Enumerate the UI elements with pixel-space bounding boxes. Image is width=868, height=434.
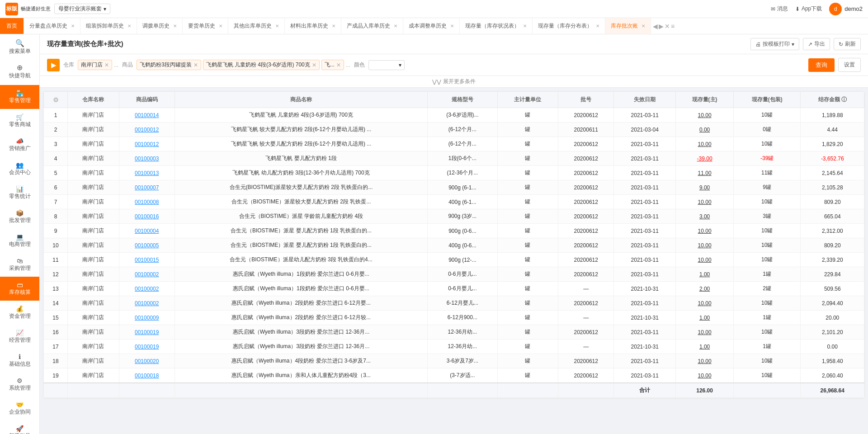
- tab-close-icon[interactable]: ✕: [665, 23, 670, 30]
- query-btn[interactable]: 查询: [808, 58, 835, 72]
- close-tab-icon[interactable]: ✕: [523, 24, 527, 28]
- row-code[interactable]: 00100019: [119, 325, 175, 340]
- tab-next-icon[interactable]: ▶: [659, 23, 664, 30]
- tab-inventory-dist[interactable]: 现存量（库存分布表） ✕: [533, 18, 605, 34]
- expand-more-conditions[interactable]: ⋁⋁ 展开更多条件: [40, 76, 868, 88]
- row-qty-main[interactable]: 1.00: [676, 267, 734, 282]
- tab-product-inbound[interactable]: 产成品入库单历史 ✕: [341, 18, 403, 34]
- row-qty-main[interactable]: 10.00: [676, 325, 734, 340]
- sidebar-item-marketing[interactable]: 📣 营销推广: [0, 133, 39, 157]
- row-code[interactable]: 00100003: [119, 151, 175, 166]
- close-tab-icon[interactable]: ✕: [332, 24, 335, 28]
- row-code[interactable]: 00100013: [119, 166, 175, 180]
- close-tab-icon[interactable]: ✕: [219, 24, 222, 28]
- close-tab-icon[interactable]: ✕: [642, 24, 645, 28]
- row-code[interactable]: 00100008: [119, 195, 175, 209]
- row-qty-main[interactable]: 9.00: [676, 180, 734, 195]
- remove-warehouse-tag[interactable]: ✕: [104, 62, 109, 68]
- tab-other-outbound[interactable]: 其他出库单历史 ✕: [228, 18, 285, 34]
- tab-mix[interactable]: 调拨单历史 ✕: [137, 18, 183, 34]
- row-code[interactable]: 00100020: [119, 354, 175, 368]
- tab-cost-adjust[interactable]: 成本调整单历史 ✕: [403, 18, 460, 34]
- message-btn[interactable]: ✉ 消息: [771, 5, 788, 13]
- remove-product-more[interactable]: ✕: [336, 62, 341, 68]
- row-code[interactable]: 00100005: [119, 238, 175, 253]
- row-qty-main[interactable]: 0.00: [676, 123, 734, 137]
- sidebar-item-inventory[interactable]: 🗃 库存核算: [0, 277, 39, 301]
- tab-partial-inventory[interactable]: 分量盘点单历史 ✕: [24, 18, 80, 34]
- filter-expand-btn[interactable]: ▶: [47, 59, 60, 71]
- product-more[interactable]: ...: [346, 62, 350, 68]
- print-btn[interactable]: 🖨 按模板打印 ▾: [750, 38, 799, 50]
- row-qty-main[interactable]: 10.00: [676, 137, 734, 151]
- sidebar-search[interactable]: 🔍 搜索菜单: [0, 34, 39, 60]
- sidebar-item-operations[interactable]: 📈 经营管理: [0, 325, 39, 349]
- color-select[interactable]: ▾: [368, 60, 405, 70]
- row-code[interactable]: 00100012: [119, 137, 175, 151]
- sidebar-item-retail-stats[interactable]: 📊 零售统计: [0, 181, 39, 205]
- row-code[interactable]: 00100018: [119, 368, 175, 383]
- close-tab-icon[interactable]: ✕: [596, 24, 599, 28]
- row-code[interactable]: 00100009: [119, 311, 175, 325]
- tab-inventory-status[interactable]: 现存量（库存状况表） ✕: [460, 18, 533, 34]
- sidebar-item-ecommerce[interactable]: 💻 电商管理: [0, 229, 39, 253]
- sidebar-item-wholesale[interactable]: 📦 批发管理: [0, 205, 39, 229]
- user-avatar[interactable]: d demo2: [829, 3, 863, 15]
- row-code[interactable]: 00100004: [119, 224, 175, 238]
- setting-btn[interactable]: 设置: [838, 58, 861, 72]
- row-qty-main[interactable]: 10.00: [676, 108, 734, 123]
- refresh-btn[interactable]: ↻ 刷新: [834, 38, 861, 50]
- row-code[interactable]: 00100015: [119, 253, 175, 267]
- row-code[interactable]: 00100016: [119, 209, 175, 224]
- row-qty-main[interactable]: 10.00: [676, 296, 734, 311]
- sidebar-item-retail[interactable]: 🏪 零售管理: [0, 85, 39, 109]
- tab-selector[interactable]: 母婴行业演示账套 ▾: [54, 4, 110, 14]
- row-qty-main[interactable]: 1.00: [676, 311, 734, 325]
- row-qty-main[interactable]: 1.00: [676, 340, 734, 354]
- close-tab-icon[interactable]: ✕: [71, 24, 75, 28]
- tab-disassemble[interactable]: 组装拆卸单历史 ✕: [80, 18, 137, 34]
- row-code[interactable]: 00100002: [119, 282, 175, 296]
- sidebar-item-retail-shop[interactable]: 🛒 零售商城: [0, 109, 39, 133]
- close-tab-icon[interactable]: ✕: [450, 24, 454, 28]
- row-qty-main[interactable]: 10.00: [676, 253, 734, 267]
- tab-menu-icon[interactable]: ≡: [671, 23, 675, 30]
- row-qty-main[interactable]: 10.00: [676, 368, 734, 383]
- remove-product-tag-1[interactable]: ✕: [193, 62, 198, 68]
- row-code[interactable]: 00100014: [119, 108, 175, 123]
- sidebar-item-enterprise[interactable]: 🤝 企业协同: [0, 396, 39, 420]
- row-qty-main[interactable]: 3.00: [676, 209, 734, 224]
- export-btn[interactable]: ↗ 导出: [803, 38, 830, 50]
- sidebar-item-new-guide[interactable]: 🚀 新手引导: [0, 420, 39, 434]
- row-code[interactable]: 00100002: [119, 267, 175, 282]
- row-qty-main[interactable]: -39.00: [676, 151, 734, 166]
- sidebar-quick-nav[interactable]: ⊕ 快捷导航: [0, 60, 39, 83]
- warehouse-more[interactable]: ...: [114, 62, 118, 68]
- row-code[interactable]: 00100019: [119, 340, 175, 354]
- close-tab-icon[interactable]: ✕: [275, 24, 279, 28]
- row-qty-main[interactable]: 2.00: [676, 282, 734, 296]
- row-qty-main[interactable]: 10.00: [676, 224, 734, 238]
- sidebar-item-purchase[interactable]: 🛍 采购管理: [0, 253, 39, 277]
- row-code[interactable]: 00100012: [119, 123, 175, 137]
- close-tab-icon[interactable]: ✕: [173, 24, 177, 28]
- sidebar-item-system[interactable]: ⚙ 系统管理: [0, 373, 39, 396]
- tab-prev-icon[interactable]: ◀: [653, 23, 658, 30]
- close-tab-icon[interactable]: ✕: [394, 24, 397, 28]
- remove-product-tag-2[interactable]: ✕: [312, 62, 316, 68]
- sidebar-item-member[interactable]: 👥 会员中心: [0, 157, 39, 181]
- sidebar-item-basic[interactable]: ℹ 基础信息: [0, 349, 39, 373]
- row-code[interactable]: 00100007: [119, 180, 175, 195]
- tab-material-outbound[interactable]: 材料出库单历史 ✕: [285, 18, 341, 34]
- row-qty-main[interactable]: 10.00: [676, 238, 734, 253]
- row-code[interactable]: 00100002: [119, 296, 175, 311]
- tab-requisition[interactable]: 要货单历史 ✕: [183, 18, 228, 34]
- app-download-btn[interactable]: ⬇ App下载: [795, 5, 822, 13]
- tab-batch-voucher[interactable]: 库存批次账 ✕: [605, 18, 651, 34]
- col-settings[interactable]: ⚙: [44, 92, 68, 108]
- close-tab-icon[interactable]: ✕: [127, 24, 131, 28]
- row-qty-main[interactable]: 10.00: [676, 195, 734, 209]
- tab-home[interactable]: 首页: [0, 18, 24, 34]
- sidebar-item-finance[interactable]: 💰 资金管理: [0, 301, 39, 325]
- row-qty-main[interactable]: 11.00: [676, 166, 734, 180]
